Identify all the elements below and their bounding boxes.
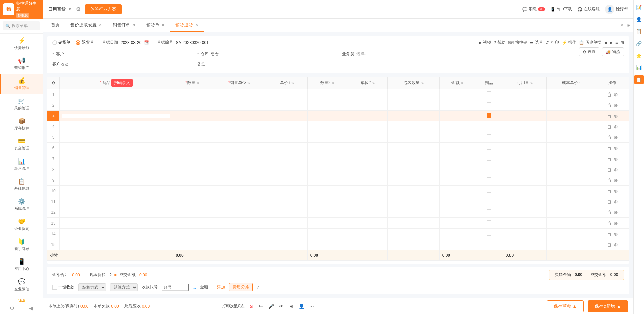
product-cell[interactable] (60, 89, 173, 100)
right-panel-btn-5[interactable]: ⭐ (634, 51, 644, 60)
available-cell[interactable] (503, 196, 546, 207)
gift-checkbox[interactable] (487, 231, 491, 236)
copy-row-icon[interactable]: ⊕ (614, 242, 618, 247)
radio-sales[interactable]: 销货单 (52, 40, 70, 45)
copy-row-icon[interactable]: ⊕ (614, 103, 618, 108)
pkg-cell[interactable] (388, 89, 440, 100)
unit2-cell[interactable] (347, 111, 388, 121)
amount-cell[interactable] (439, 196, 475, 207)
price-cell[interactable] (267, 89, 307, 100)
sidebar-item-basic[interactable]: 📋基础信息 (0, 174, 43, 194)
gift-checkbox[interactable] (487, 167, 491, 171)
qty-cell[interactable] (173, 229, 212, 239)
product-cell[interactable] (60, 143, 173, 153)
amount-cell[interactable] (439, 186, 475, 196)
qty2-cell[interactable] (307, 218, 347, 229)
amount-cell[interactable] (439, 121, 475, 132)
radio-return[interactable]: 退货单 (76, 40, 94, 45)
qty-cell[interactable] (173, 196, 212, 207)
cost-cell[interactable] (547, 186, 596, 196)
copy-row-icon[interactable]: ⊕ (614, 178, 618, 183)
copy-row-icon[interactable]: ⊕ (614, 135, 618, 140)
unit-cell[interactable] (212, 143, 267, 153)
product-cell[interactable] (60, 207, 173, 218)
unit-cell[interactable] (212, 111, 267, 121)
onepay-checkbox[interactable]: 一键收款 (52, 284, 74, 290)
save-draft-button[interactable]: 保存草稿 ▲ (547, 300, 584, 312)
calendar-icon[interactable]: 📅 (144, 40, 149, 45)
fee-help-icon[interactable]: ? (257, 285, 259, 290)
available-cell[interactable] (503, 186, 546, 196)
delete-row-icon[interactable]: 🗑 (607, 188, 612, 194)
product-cell[interactable] (60, 229, 173, 239)
trial-button[interactable]: 体验行业方案 (85, 4, 122, 14)
gift-checkbox[interactable] (487, 124, 491, 128)
staff-input[interactable]: 选择... (356, 50, 474, 58)
logistics-button[interactable]: 🚚 物流 (602, 47, 624, 56)
help-discount-icon[interactable]: ? (109, 273, 112, 277)
select-button[interactable]: ☰ 选单 (530, 40, 543, 45)
tab-home[interactable]: 首页 (46, 19, 65, 32)
price-cell[interactable] (267, 153, 307, 164)
unit-cell[interactable] (212, 153, 267, 164)
delete-row-icon[interactable]: 🗑 (607, 178, 612, 183)
qty-cell[interactable] (173, 89, 212, 100)
unit2-cell[interactable] (347, 132, 388, 143)
right-panel-btn-2[interactable]: 👤 (634, 15, 644, 24)
delete-row-icon[interactable]: 🗑 (607, 145, 612, 151)
add-row-button[interactable]: + (50, 113, 57, 119)
price-cell[interactable] (267, 175, 307, 186)
fee-split-button[interactable]: 费用分摊 (229, 283, 253, 291)
sidebar-item-newguide[interactable]: 🔰新手引导 (0, 235, 43, 255)
price-cell[interactable] (267, 164, 307, 175)
gift-checkbox[interactable] (487, 209, 491, 214)
sidebar-item-finance[interactable]: 💳资金管理 (0, 134, 43, 154)
unit-cell[interactable] (212, 207, 267, 218)
qty-cell[interactable] (173, 175, 212, 186)
qty-cell[interactable] (173, 207, 212, 218)
qty2-cell[interactable] (307, 111, 347, 121)
price-cell[interactable] (267, 218, 307, 229)
customer-dots[interactable]: ... (186, 52, 189, 56)
unit-cell[interactable] (212, 218, 267, 229)
product-cell[interactable] (60, 121, 173, 132)
delete-row-icon[interactable]: 🗑 (607, 231, 612, 237)
price-cell[interactable] (267, 186, 307, 196)
gift-checkbox[interactable] (487, 242, 491, 246)
unit2-cell[interactable] (347, 164, 388, 175)
product-cell[interactable] (60, 153, 173, 164)
tab-sales-order[interactable]: 销售订单✕ (107, 19, 141, 32)
grid-icon[interactable]: ⊞ (287, 302, 296, 310)
delete-row-icon[interactable]: 🗑 (607, 156, 612, 162)
staff-dots[interactable]: ... (475, 52, 479, 56)
qty-cell[interactable] (173, 186, 212, 196)
message-button[interactable]: 💬 消息 70 (522, 6, 545, 12)
daily-selector[interactable]: 日用百货 ▼ (48, 6, 72, 12)
sidebar-item-inventory[interactable]: 📦库存核算 (0, 114, 43, 134)
shortcut-button[interactable]: ⌨ 快捷键 (508, 40, 527, 45)
right-panel-btn-4[interactable]: 🔗 (634, 39, 644, 48)
gift-checkbox[interactable] (487, 156, 491, 161)
product-cell[interactable] (60, 100, 173, 111)
sidebar-item-operations[interactable]: 📊经营管理 (0, 154, 43, 174)
qty2-cell[interactable] (307, 164, 347, 175)
qty2-cell[interactable] (307, 100, 347, 111)
product-cell[interactable] (60, 132, 173, 143)
cost-cell[interactable] (547, 153, 596, 164)
pkg-cell[interactable] (388, 186, 440, 196)
tab-sales-return[interactable]: 销货退货✕ (170, 19, 204, 32)
right-panel-btn-7[interactable]: 📋 (634, 75, 644, 84)
delete-row-icon[interactable]: 🗑 (607, 113, 612, 119)
copy-row-icon[interactable]: ⊕ (614, 221, 618, 226)
qty-cell[interactable] (173, 111, 212, 121)
help-button[interactable]: ? 帮助 (494, 40, 505, 45)
amount-cell[interactable] (439, 89, 475, 100)
topbar-gear-icon[interactable]: ⚙ (76, 6, 81, 12)
copy-row-icon[interactable]: ⊕ (614, 210, 618, 215)
save-new-button[interactable]: 保存&新增 ▲ (588, 300, 628, 312)
account-input[interactable] (162, 284, 189, 291)
delete-row-icon[interactable]: 🗑 (607, 199, 612, 204)
more-icon[interactable]: ⋯ (308, 302, 316, 310)
qty-cell[interactable] (173, 121, 212, 132)
sort-qty2-icon[interactable]: ⇅ (332, 81, 334, 85)
